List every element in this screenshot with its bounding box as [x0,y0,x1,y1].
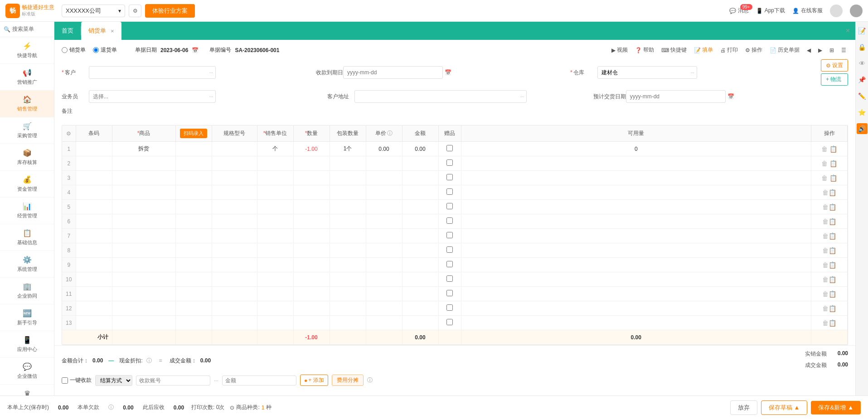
delete-icon[interactable]: 🗑 [821,160,828,167]
warehouse-dots-icon[interactable]: ··· [691,70,694,75]
customer-input[interactable] [89,66,216,79]
sidebar-item-quick-nav[interactable]: ⚡ 快捷导航 [0,37,54,64]
sidebar-item-sales[interactable]: 🏠 销售管理 [0,91,54,117]
unit-price-info-icon[interactable]: ⓘ [387,130,393,136]
gift-checkbox[interactable] [446,290,453,296]
right-panel-star-icon[interactable]: ⭐ [857,107,868,118]
copy-icon[interactable]: 📋 [829,247,836,254]
print-button[interactable]: 🖨 打印 [718,45,740,55]
copy-icon[interactable]: 📋 [829,145,837,153]
gift-checkbox[interactable] [446,246,453,253]
sidebar-item-system[interactable]: ⚙️ 系统管理 [0,251,54,278]
copy-icon[interactable]: 📋 [829,203,836,211]
grid-view-button[interactable]: ⊞ [828,46,836,54]
sidebar-item-finance[interactable]: 💰 资金管理 [0,171,54,197]
copy-icon[interactable]: 📋 [829,305,836,312]
tab-home[interactable]: 首页 [54,22,81,40]
help-button[interactable]: ❓ 帮助 [633,45,656,55]
sidebar-item-app-center[interactable]: 📱 应用中心 [0,331,54,358]
copy-icon[interactable]: 📋 [829,189,836,196]
app-download-button[interactable]: 📱 App下载 [756,7,785,14]
video-button[interactable]: ▶ 视频 [610,45,630,55]
warehouse-input[interactable] [597,66,697,79]
expense-split-button[interactable]: 费用分摊 [332,375,364,386]
list-view-button[interactable]: ☰ [839,46,848,54]
sidebar-item-purchase[interactable]: 🛒 采购管理 [0,117,54,144]
delete-icon[interactable]: 🗑 [822,319,829,327]
gear-col-header[interactable]: ⚙ [62,125,76,142]
discard-button[interactable]: 放弃 [730,400,757,415]
salesperson-input[interactable] [89,90,216,103]
delete-icon[interactable]: 🗑 [822,247,829,254]
amount-input[interactable] [222,376,296,385]
sidebar-item-inventory[interactable]: 📦 库存核算 [0,144,54,171]
calendar-icon-date[interactable]: 📅 [192,47,199,53]
logistics-button[interactable]: + 物流 [821,73,848,86]
shortcut-button[interactable]: ⌨ 快捷键 [659,45,689,55]
sidebar-item-basic-info[interactable]: 📋 基础信息 [0,224,54,251]
online-support-button[interactable]: 👤 在线客服 [792,7,823,14]
gift-checkbox[interactable] [446,319,453,325]
sidebar-item-vip[interactable]: ♛ 畅会员 [0,385,54,395]
save-draft-button[interactable]: 保存草稿 ▲ [761,400,808,415]
expense-info-icon[interactable]: ⓘ [367,376,373,384]
save-new-button[interactable]: 保存&新增 ▲ [811,401,861,414]
total-due-info-icon[interactable]: ⓘ [108,404,114,411]
delete-icon[interactable]: 🗑 [822,276,829,283]
radio-return-order[interactable]: 退货单 [93,46,117,54]
salesperson-dots-icon[interactable]: ··· [209,94,213,99]
tab-sales-order[interactable]: 销货单 × [81,22,121,40]
right-panel-lock-icon[interactable]: 🔒 [857,42,868,53]
copy-icon[interactable]: 📋 [829,290,836,298]
copy-icon[interactable]: 📋 [829,160,837,167]
avatar[interactable] [830,5,843,17]
delete-icon[interactable]: 🗑 [822,232,829,240]
delete-icon[interactable]: 🗑 [822,305,829,312]
one-click-payment-input[interactable] [62,377,68,384]
right-panel-edit-icon[interactable]: ✏️ [857,91,868,101]
sidebar-item-operations[interactable]: 📊 经营管理 [0,197,54,224]
delete-icon[interactable]: 🗑 [822,203,829,211]
one-click-payment-checkbox[interactable]: 一键收款 [62,376,92,384]
radio-sales-order[interactable]: 销货单 [62,46,86,54]
calendar-icon-payment[interactable]: 📅 [445,69,451,76]
sidebar-search[interactable]: 🔍 搜索菜单 [0,22,54,37]
message-button[interactable]: 💬 消息 99+ [729,7,749,14]
sidebar-item-enterprise[interactable]: 🏢 企业协同 [0,278,54,304]
copy-icon[interactable]: 📋 [829,261,836,269]
right-panel-active-icon[interactable]: 🔊 [857,123,868,134]
operation-button[interactable]: ⚙ 操作 [743,45,764,55]
template-button[interactable]: 📝 填单 [692,45,715,55]
expected-date-input[interactable] [626,90,726,103]
settings-button-form[interactable]: ⚙ 设置 [821,59,848,72]
gift-checkbox[interactable] [446,174,453,180]
payment-due-input[interactable] [343,66,443,79]
customer-addr-input[interactable] [354,90,527,103]
gift-checkbox[interactable] [446,261,453,267]
add-payment-button[interactable]: ● + 添加 [300,375,328,386]
sidebar-item-guide[interactable]: 🆕 新手引导 [0,304,54,331]
gift-checkbox[interactable] [446,145,453,151]
account-dots-icon[interactable]: ··· [214,377,218,384]
gift-checkbox[interactable] [446,275,453,282]
next-button[interactable]: ▶ [816,46,824,54]
account-input[interactable] [136,376,210,385]
history-button[interactable]: 📄 历史单据 [768,45,801,55]
radio-return-input[interactable] [93,47,99,53]
delete-icon[interactable]: 🗑 [822,261,829,269]
right-panel-pin-icon[interactable]: 📌 [857,74,868,85]
trial-button[interactable]: 体验行业方案 [145,4,195,18]
addr-dots-icon[interactable]: ··· [520,94,524,99]
delete-icon[interactable]: 🗑 [822,290,829,298]
delete-icon[interactable]: 🗑 [822,218,829,225]
copy-icon[interactable]: 📋 [829,174,837,182]
customer-dots-icon[interactable]: ··· [209,70,213,75]
delete-icon[interactable]: 🗑 [821,174,828,182]
sidebar-item-marketing[interactable]: 📢 营销推广 [0,64,54,91]
sidebar-item-wechat[interactable]: 💬 企业微信 [0,358,54,385]
gift-checkbox[interactable] [446,203,453,209]
copy-icon[interactable]: 📋 [829,232,836,240]
info-icon-discount[interactable]: ⓘ [146,357,152,365]
radio-sales-input[interactable] [62,47,68,53]
copy-icon[interactable]: 📋 [829,218,836,225]
